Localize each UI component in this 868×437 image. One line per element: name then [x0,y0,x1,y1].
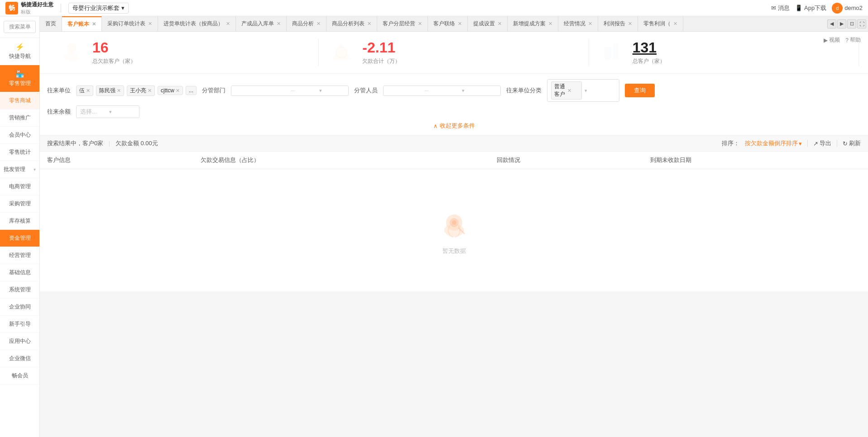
tab-close-cost-inbound[interactable]: ✕ [277,21,281,27]
query-btn[interactable]: 查询 [625,84,655,97]
unit-filter-tags: 伍 ✕ 陈民强 ✕ 王小亮 ✕ cjttcw ✕ [76,86,197,96]
chevron-up-icon: ∧ [433,123,438,129]
tab-customer-layer[interactable]: 客户分层经营 ✕ [377,16,428,32]
col-debt-info: 欠款交易信息（占比） [193,152,489,169]
tag-close-chen[interactable]: ✕ [117,88,121,94]
dept-filter-more: ··· [291,88,317,93]
tab-retail-profit[interactable]: 零售利润（ ✕ [638,16,683,32]
svg-point-1 [64,52,79,62]
tag-close-cjttcw[interactable]: ✕ [176,88,180,94]
tab-next-btn[interactable]: ▶ [837,19,846,28]
tab-expand-btn[interactable]: ⊡ [847,19,856,28]
sidebar-item-basic[interactable]: 基础信息 [0,264,39,281]
stat-customers-label: 总欠款客户（家） [92,57,136,65]
tab-customer-cost[interactable]: 客户账本 ✕ [62,16,102,32]
sidebar-item-wholesale[interactable]: 批发管理 ▾ [0,161,39,178]
tab-close-improve-settings[interactable]: ✕ [498,21,502,27]
tab-cost-inbound[interactable]: 产成品入库单 ✕ [236,16,287,32]
tab-close-new-improve-plan[interactable]: ✕ [548,21,552,27]
tag-close-wang[interactable]: ✕ [148,88,152,94]
user-avatar-btn[interactable]: d demo2 [832,3,863,14]
empty-state: 暂无数据 [40,169,868,291]
tab-close-purchase-order[interactable]: ✕ [148,21,152,27]
tab-customer-contact[interactable]: 客户联络 ✕ [428,16,468,32]
tab-close-purchase-inbound[interactable]: ✕ [226,21,230,27]
messages-btn[interactable]: ✉ 消息 [771,4,790,12]
sidebar-item-enterprise-wx[interactable]: 企业微信 [0,350,39,367]
empty-label: 暂无数据 [442,247,466,255]
collapse-area: ∧ 收起更多条件 [47,122,861,130]
export-btn[interactable]: ↗ 导出 [813,139,831,147]
help-btn[interactable]: ? 帮助 [845,36,861,44]
customer-stat-icon [58,39,85,66]
sidebar-item-operation[interactable]: 经营管理 [0,247,39,264]
tab-product-analysis-list[interactable]: 商品分析列表 ✕ [326,16,377,32]
category-filter-label: 往来单位分类 [506,86,542,95]
sidebar-item-finance[interactable]: 资金管理 [0,230,39,247]
results-bar: 搜索结果中，客户0家 | 欠款金额 0.00元 排序： 按欠款金额倒序排序 ▾ … [40,136,868,152]
sidebar-search-area: 搜索菜单 [0,16,39,38]
results-right: 排序： 按欠款金额倒序排序 ▾ ↗ 导出 ↻ 刷新 [722,139,861,147]
balance-filter-select[interactable]: 选择... ▾ [76,105,139,118]
sidebar-item-enterprise-coop[interactable]: 企业协同 [0,299,39,316]
collapse-btn[interactable]: ∧ 收起更多条件 [433,122,475,130]
tab-operation-status[interactable]: 经营情况 ✕ [558,16,598,32]
tab-prev-btn[interactable]: ◀ [827,19,836,28]
sidebar-item-vip[interactable]: 畅会员 [0,367,39,385]
tab-home[interactable]: 首页 [40,16,62,32]
tab-purchase-inbound[interactable]: 进货单统计表（按商品） ✕ [158,16,236,32]
person-filter-select[interactable]: ··· ▾ [383,86,501,96]
category-filter-select[interactable]: 普通客户 ✕ ▾ [547,79,619,102]
tab-improve-settings[interactable]: 提成设置 ✕ [468,16,508,32]
tab-close-operation-status[interactable]: ✕ [588,21,592,27]
video-icon: ▶ [824,37,828,43]
sidebar-item-retail-stat[interactable]: 零售统计 [0,144,39,161]
sidebar-item-beginner[interactable]: 新手引导 [0,316,39,333]
video-btn[interactable]: ▶ 视频 [824,36,840,44]
tag-close-ordinary[interactable]: ✕ [567,88,579,94]
tab-fullscreen-btn[interactable]: ⛶ [857,19,866,28]
tab-close-customer-contact[interactable]: ✕ [458,21,462,27]
filter-tag-more[interactable]: ... [186,86,197,95]
dept-filter-select[interactable]: ··· ▾ [231,86,349,96]
divider [837,140,837,147]
refresh-btn[interactable]: ↻ 刷新 [843,139,861,147]
message-icon: ✉ [771,5,776,11]
tab-close-retail-profit[interactable]: ✕ [673,21,677,27]
tab-close-profit-report[interactable]: ✕ [628,21,632,27]
tab-close-product-analysis-list[interactable]: ✕ [367,21,371,27]
refresh-icon: ↻ [843,140,848,147]
tab-close-customer-layer[interactable]: ✕ [418,21,422,27]
data-table: 客户信息 欠款交易信息（占比） 回款情况 到期未收款日期 [40,152,868,169]
sidebar-item-app-center[interactable]: 应用中心 [0,333,39,350]
sidebar-item-member[interactable]: 会员中心 [0,127,39,144]
sidebar-item-retail[interactable]: 🏪 零售管理 [0,65,39,92]
tab-new-improve-plan[interactable]: 新增提成方案 ✕ [508,16,558,32]
sort-value-btn[interactable]: 按欠款金额倒序排序 ▾ [745,139,802,147]
tab-profit-report[interactable]: 利润报告 ✕ [598,16,638,32]
company-selector[interactable]: 母婴行业演示帐套 ▾ [68,3,129,14]
logo-text: 畅捷通好生意 标版 [21,1,53,15]
sidebar-item-marketing[interactable]: 营销推广 [0,109,39,127]
app-download-btn[interactable]: 📱 App下载 [795,4,826,12]
chevron-down-icon: ▾ [121,5,125,11]
sidebar-item-purchase[interactable]: 采购管理 [0,195,39,213]
tab-purchase-order[interactable]: 采购订单统计表 ✕ [102,16,158,32]
empty-icon [436,205,472,242]
tag-close-wu[interactable]: ✕ [86,88,90,94]
tab-close-product-analysis[interactable]: ✕ [317,21,321,27]
sidebar-item-retail-mall[interactable]: 零售商城 [0,92,39,109]
filter-tag-chen: 陈民强 ✕ [96,86,124,96]
tab-product-analysis[interactable]: 商品分析 ✕ [287,16,326,32]
sort-label: 排序： [722,139,739,147]
tab-close-customer-cost[interactable]: ✕ [92,21,96,27]
search-menu-btn[interactable]: 搜索菜单 [4,21,36,33]
sidebar-item-inventory[interactable]: 库存核算 [0,213,39,230]
sidebar-item-quick-nav[interactable]: ⚡ 快捷导航 [0,38,39,65]
export-icon: ↗ [813,140,818,147]
filter-area: 往来单位 伍 ✕ 陈民强 ✕ 王小亮 ✕ [40,74,868,136]
sidebar-item-system[interactable]: 系统管理 [0,281,39,299]
page-content: 16 总欠款客户（家） -2.11 欠款合计（万） [40,32,868,437]
retail-icon: 🏪 [15,70,24,78]
sidebar-item-ecommerce[interactable]: 电商管理 [0,178,39,195]
